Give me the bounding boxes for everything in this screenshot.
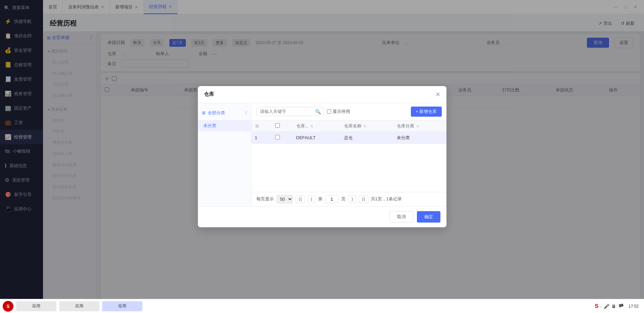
taskbar-flag-icon: 🏴 xyxy=(618,304,624,309)
taskbar: S 应用 应用 应用 S · 🎤 🖥 🏴 17:52 xyxy=(0,299,644,313)
taskbar-dot-icon: · xyxy=(600,304,602,309)
modal-page-end: 页 xyxy=(341,196,346,202)
modal-per-page-select[interactable]: 50 xyxy=(276,195,293,203)
modal-title: 仓库 xyxy=(204,91,214,97)
sort-icon-category: ⇅ xyxy=(416,124,419,128)
modal-overlay: 仓库 ✕ ⊞ 全部分类 《 未分类 xyxy=(0,0,644,313)
modal-sidebar: ⊞ 全部分类 《 未分类 xyxy=(198,103,252,206)
modal-sidebar-collapse[interactable]: 《 xyxy=(240,109,250,117)
row-category: 未分类 xyxy=(393,132,446,144)
modal-per-page-label: 每页显示 xyxy=(256,196,274,202)
modal-total: 共1页，1条记录 xyxy=(371,196,402,202)
modal-next-btn[interactable]: ⟩ xyxy=(348,195,356,203)
modal-search-input[interactable] xyxy=(256,107,324,116)
add-warehouse-btn[interactable]: + 新增仓库 xyxy=(411,107,441,117)
taskbar-time: 17:52 xyxy=(626,304,641,309)
row-name: 总仓 xyxy=(341,132,393,144)
modal-all-category[interactable]: ⊞ 全部分类 xyxy=(198,107,229,119)
modal-col-category: 仓库分类 ⇅ xyxy=(393,120,446,132)
modal-select-all[interactable] xyxy=(275,123,280,128)
modal-main: 🔍 显示停用 + 新增仓库 ⚙ xyxy=(252,103,446,206)
modal-col-gear: ⚙ xyxy=(252,120,272,132)
modal-page-label: 第 xyxy=(318,196,323,202)
confirm-button[interactable]: 确定 xyxy=(417,211,440,223)
table-gear-icon[interactable]: ⚙ xyxy=(255,123,259,129)
modal-first-btn[interactable]: ⟨⟨ xyxy=(296,195,305,203)
modal-footer-pagination: 每页显示 50 ⟨⟨ ⟨ 第 页 ⟩ ⟩⟩ 共1页，1条记录 xyxy=(252,192,446,206)
taskbar-start[interactable]: S xyxy=(3,301,13,312)
modal-header: 仓库 ✕ xyxy=(198,86,446,103)
modal-search-icon: 🔍 xyxy=(315,109,321,114)
modal-close-btn[interactable]: ✕ xyxy=(435,91,440,98)
grid-icon-modal: ⊞ xyxy=(202,110,206,115)
taskbar-icons: S · 🎤 🖥 🏴 17:52 xyxy=(595,303,641,309)
modal-page-input[interactable] xyxy=(325,195,339,203)
modal-toolbar: 🔍 显示停用 + 新增仓库 xyxy=(252,103,446,120)
row-code: DEFAULT xyxy=(293,132,341,144)
modal-table-wrap: ⚙ 仓库... ⇅ 仓库名称 xyxy=(252,120,446,192)
taskbar-screen-icon: 🖥 xyxy=(611,304,616,309)
row-check[interactable] xyxy=(272,132,293,144)
modal-prev-btn[interactable]: ⟨ xyxy=(308,195,315,203)
modal-col-code: 仓库... ⇅ xyxy=(293,120,341,132)
modal-last-btn[interactable]: ⟩⟩ xyxy=(359,195,368,203)
modal-body: ⊞ 全部分类 《 未分类 🔍 xyxy=(198,103,446,206)
cancel-button[interactable]: 取消 xyxy=(389,211,414,223)
taskbar-app2[interactable]: 应用 xyxy=(59,301,99,311)
row-gear: 1 xyxy=(252,132,272,144)
show-disabled-label[interactable]: 显示停用 xyxy=(327,109,350,115)
show-disabled-checkbox[interactable] xyxy=(327,109,331,114)
sort-icon-code: ⇅ xyxy=(310,124,313,128)
warehouse-modal: 仓库 ✕ ⊞ 全部分类 《 未分类 xyxy=(198,86,446,227)
taskbar-mic-icon: 🎤 xyxy=(604,304,609,309)
modal-actions: 取消 确定 xyxy=(198,206,446,227)
taskbar-app3[interactable]: 应用 xyxy=(102,301,142,311)
modal-search-wrap: 🔍 xyxy=(256,107,324,116)
modal-sidebar-uncategorized[interactable]: 未分类 xyxy=(198,120,251,131)
row-checkbox[interactable] xyxy=(275,135,280,140)
modal-col-name: 仓库名称 ⇅ xyxy=(341,120,393,132)
table-row[interactable]: 1 DEFAULT 总仓 未分类 xyxy=(252,132,446,144)
taskbar-app1[interactable]: 应用 xyxy=(16,301,56,311)
taskbar-s-icon: S xyxy=(595,303,598,309)
sort-icon-name: ⇅ xyxy=(363,124,366,128)
modal-table: ⚙ 仓库... ⇅ 仓库名称 xyxy=(252,120,446,144)
modal-col-check xyxy=(272,120,293,132)
